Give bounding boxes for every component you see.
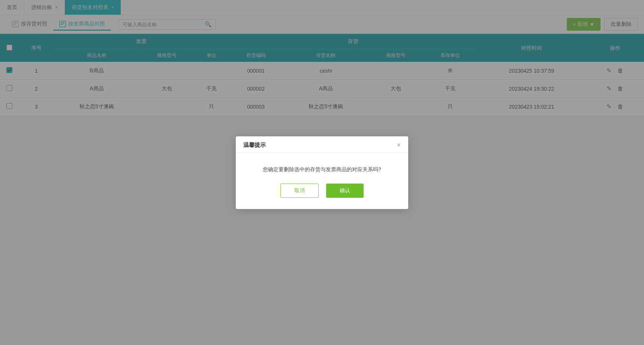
overlay: 温馨提示 × 您确定要删除选中的存货与发票商品的对应关系吗? 取消 确认 [0, 0, 644, 116]
